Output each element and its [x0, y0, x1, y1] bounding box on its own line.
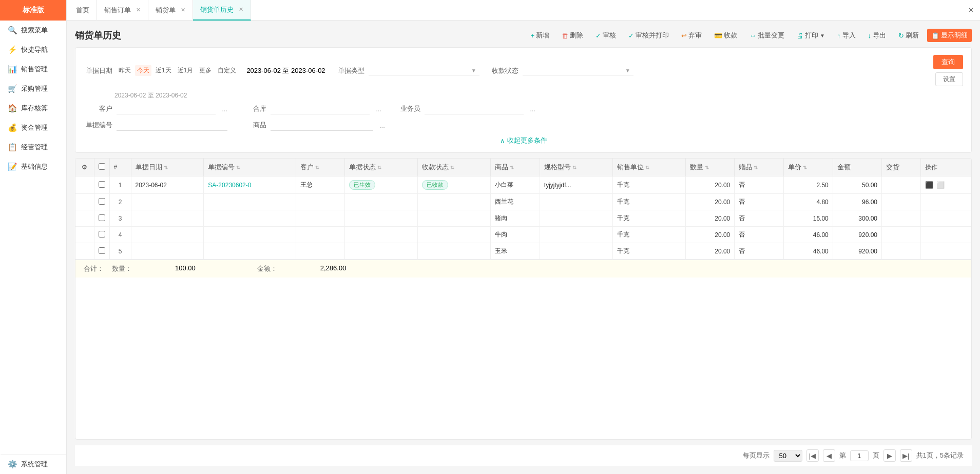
tab-sales-history-close[interactable]: ✕ [239, 6, 243, 13]
tab-home[interactable]: 首页 [69, 0, 97, 21]
page-size-select[interactable]: 50 100 [774, 450, 802, 462]
tab-sales-history[interactable]: 销货单历史 ✕ [193, 0, 251, 21]
row-checkbox-1[interactable] [99, 198, 105, 205]
cell-doc-no[interactable] [204, 227, 296, 243]
filter-docno-input[interactable] [117, 120, 227, 131]
sort-collect-status-icon: ⇅ [450, 165, 454, 170]
filter-warehouse-input[interactable] [271, 103, 370, 114]
tab-sales-order[interactable]: 销售订单 ✕ [97, 0, 148, 21]
filter-warehouse-dots[interactable]: ... [376, 105, 381, 113]
select-all-checkbox[interactable] [99, 163, 105, 170]
th-doc-date[interactable]: 单据日期⇅ [131, 159, 204, 176]
cell-collect-status [418, 227, 491, 243]
th-doc-status[interactable]: 单据状态⇅ [345, 159, 418, 176]
cell-checkbox[interactable] [94, 210, 109, 227]
date-yesterday-btn[interactable]: 昨天 [117, 65, 133, 76]
sidebar-item-label: 资金管理 [21, 123, 48, 132]
th-unit[interactable]: 销售单位⇅ [612, 159, 685, 176]
last-page-button[interactable]: ▶| [900, 449, 912, 462]
sidebar-item-sales-mgmt[interactable]: 📊 销售管理 [0, 60, 66, 79]
collapse-button[interactable]: ∧ 收起更多条件 [84, 136, 963, 145]
sidebar-item-system[interactable]: ⚙️ 系统管理 [0, 454, 66, 474]
filter-salesperson-input[interactable] [425, 103, 524, 114]
row-checkbox-2[interactable] [99, 214, 105, 221]
edit-action[interactable]: ⬛ [925, 181, 933, 189]
add-button[interactable]: + 新增 [527, 29, 554, 42]
tab-sales-delivery[interactable]: 销货单 ✕ [148, 0, 193, 21]
sidebar-item-search-menu[interactable]: 🔍 搜索菜单 [0, 21, 66, 40]
th-doc-no[interactable]: 单据编号⇅ [204, 159, 296, 176]
cell-checkbox[interactable] [94, 194, 109, 210]
filter-row-date-range: 2023-06-02 至 2023-06-02 [114, 91, 963, 100]
row-checkbox-3[interactable] [99, 231, 105, 238]
tab-sales-order-close[interactable]: ✕ [136, 7, 141, 13]
cell-doc-no[interactable] [204, 243, 296, 260]
show-detail-button[interactable]: 📋 显示明细 [927, 29, 972, 42]
cell-checkbox[interactable] [94, 227, 109, 243]
th-customer[interactable]: 客户⇅ [296, 159, 345, 176]
page-number-input[interactable] [850, 450, 869, 461]
sidebar-item-inventory[interactable]: 🏠 库存核算 [0, 98, 66, 118]
sidebar-item-label: 经营管理 [21, 143, 48, 152]
sidebar-item-purchase-mgmt[interactable]: 🛒 采购管理 [0, 79, 66, 98]
filter-customer-input[interactable] [117, 103, 216, 114]
sidebar-item-quick-nav[interactable]: ⚡ 快捷导航 [0, 40, 66, 60]
cell-actions [921, 243, 971, 260]
filter-row-1: 单据日期 昨天 今天 近1天 近1月 更多 自定义 2023-06-02 至 2… [84, 55, 963, 86]
sidebar-item-operations[interactable]: 📋 经营管理 [0, 137, 66, 157]
cell-unit: 千克 [612, 243, 685, 260]
th-quantity[interactable]: 数量⇅ [685, 159, 735, 176]
th-gift[interactable]: 赠品⇅ [735, 159, 784, 176]
window-close-button[interactable]: ✕ [962, 6, 980, 14]
print-button[interactable]: 🖨 打印 ▼ [793, 29, 829, 42]
collapse-up-icon: ∧ [500, 137, 505, 145]
date-month-btn[interactable]: 近1月 [176, 65, 196, 76]
th-settings[interactable]: ⚙ [75, 159, 94, 176]
delete-button[interactable]: 🗑 删除 [558, 29, 587, 42]
audit-print-button[interactable]: ✓ 审核并打印 [624, 29, 673, 42]
prev-page-button[interactable]: ◀ [823, 449, 835, 462]
row-checkbox-0[interactable] [99, 181, 105, 188]
row-checkbox-4[interactable] [99, 247, 105, 254]
set-button[interactable]: 设置 [935, 72, 963, 86]
filter-customer-dots[interactable]: ... [222, 105, 227, 113]
sidebar-item-finance[interactable]: 💰 资金管理 [0, 118, 66, 137]
th-collect-status[interactable]: 收款状态⇅ [418, 159, 491, 176]
next-page-button[interactable]: ▶ [883, 449, 896, 462]
cell-doc-no[interactable] [204, 210, 296, 227]
date-week-btn[interactable]: 近1天 [153, 65, 174, 76]
query-button[interactable]: 查询 [933, 55, 963, 69]
tab-sales-delivery-close[interactable]: ✕ [181, 7, 185, 13]
cell-checkbox[interactable] [94, 243, 109, 260]
cell-doc-no[interactable]: SA-20230602-0 [204, 176, 296, 194]
filter-warehouse-label: 合库 [238, 104, 266, 113]
import-button[interactable]: ↑ 导入 [833, 29, 860, 42]
collect-button[interactable]: 💳 收款 [710, 29, 741, 42]
filter-goods-dots[interactable]: ... [379, 122, 385, 129]
filter-collect-status-select[interactable]: ▼ [523, 66, 633, 75]
batch-change-button[interactable]: ↔ 批量变更 [745, 29, 789, 42]
export-button[interactable]: ↓ 导出 [864, 29, 891, 42]
filter-salesperson-dots[interactable]: ... [530, 105, 535, 113]
sales-mgmt-icon: 📊 [8, 65, 17, 74]
print-label: 打印 [805, 31, 818, 40]
cell-actions [921, 227, 971, 243]
th-spec[interactable]: 规格型号⇅ [540, 159, 612, 176]
th-checkbox[interactable] [94, 159, 109, 176]
th-unit-price[interactable]: 单价⇅ [784, 159, 833, 176]
filter-goods-input[interactable] [271, 120, 373, 131]
sidebar-item-basic-info[interactable]: 📝 基础信息 [0, 157, 66, 176]
th-goods[interactable]: 商品⇅ [491, 159, 540, 176]
date-custom-btn[interactable]: 自定义 [216, 65, 238, 76]
date-more-btn[interactable]: 更多 [197, 65, 214, 76]
more-action[interactable]: ⬜ [936, 181, 945, 189]
refresh-button[interactable]: ↻ 刷新 [894, 29, 923, 42]
abandon-button[interactable]: ↩ 弃审 [677, 29, 706, 42]
first-page-button[interactable]: |◀ [806, 449, 819, 462]
date-today-btn[interactable]: 今天 [135, 65, 151, 76]
filter-doc-type-select[interactable]: ▼ [369, 66, 479, 75]
audit-button[interactable]: ✓ 审核 [591, 29, 620, 42]
filter-doc-type-item: 单据类型 ▼ [336, 66, 479, 75]
cell-checkbox[interactable] [94, 176, 109, 194]
cell-doc-no[interactable] [204, 194, 296, 210]
